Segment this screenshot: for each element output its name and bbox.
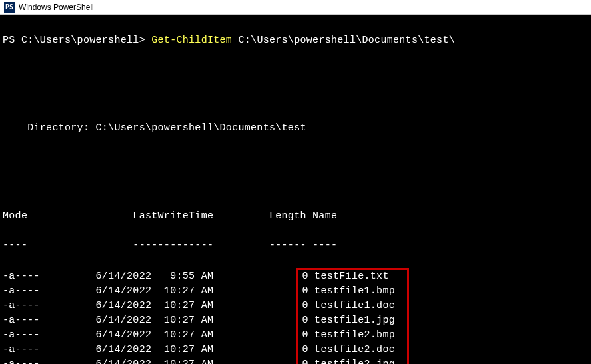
file-listing: -a---- 6/14/2022 9:55 AM 0 testFile.txt-… [3,268,588,364]
terminal-area[interactable]: PS C:\Users\powershell> Get-ChildItem C:… [0,15,591,364]
file-row-meta: -a---- 6/14/2022 10:27 AM [3,344,300,355]
column-headers: Mode LastWriteTime Length Name [3,209,588,224]
file-row-meta: -a---- 6/14/2022 10:27 AM [3,315,300,326]
blank-line [3,63,588,77]
blank-line [3,180,588,194]
blank-line [3,150,588,165]
cmdlet-name: Get-ChildItem [151,35,232,46]
file-row-name: 0 testfile2.doc [296,343,409,357]
cmd-path: C:\Users\powershell\Documents\test\ [232,35,455,46]
prompt: PS C:\Users\powershell> [3,35,151,46]
window-titlebar[interactable]: PS Windows PowerShell [0,0,591,15]
file-row-name: 0 testFile.txt [296,268,409,284]
file-row: -a---- 6/14/2022 10:27 AM 0 testfile1.jp… [3,313,588,328]
file-row-name: 0 testfile1.doc [296,299,409,313]
column-divider: ---- ------------- ------ ---- [3,238,588,253]
file-row-meta: -a---- 6/14/2022 10:27 AM [3,329,300,341]
window-title: Windows PowerShell [19,3,94,12]
file-row-name: 0 testfile1.jpg [296,313,409,328]
file-row: -a---- 6/14/2022 10:27 AM 0 testfile1.do… [3,299,588,313]
file-row-name: 0 testfile1.bmp [296,284,409,299]
command-line-1: PS C:\Users\powershell> Get-ChildItem C:… [3,33,588,48]
file-row-meta: -a---- 6/14/2022 10:27 AM [3,300,300,311]
file-row: -a---- 6/14/2022 9:55 AM 0 testFile.txt [3,268,588,284]
file-row: -a---- 6/14/2022 10:27 AM 0 testfile1.bm… [3,284,588,299]
divider-right: ---- [312,240,337,251]
file-row-name: 0 testfile2.bmp [296,328,409,343]
file-row-meta: -a---- 6/14/2022 10:27 AM [3,285,300,297]
file-row-meta: -a---- 6/14/2022 9:55 AM [3,271,300,282]
file-row: -a---- 6/14/2022 10:27 AM 0 testfile2.jp… [3,357,588,364]
directory-header: Directory: C:\Users\powershell\Documents… [3,121,588,136]
blank-line [3,92,588,106]
divider-left: ---- ------------- ------ [3,240,312,251]
file-row-name: 0 testfile2.jpg [296,357,409,364]
file-row: -a---- 6/14/2022 10:27 AM 0 testfile2.do… [3,343,588,357]
file-row: -a---- 6/14/2022 10:27 AM 0 testfile2.bm… [3,328,588,343]
file-row-meta: -a---- 6/14/2022 10:27 AM [3,359,300,364]
powershell-icon: PS [4,2,15,13]
icon-text: PS [5,3,13,11]
